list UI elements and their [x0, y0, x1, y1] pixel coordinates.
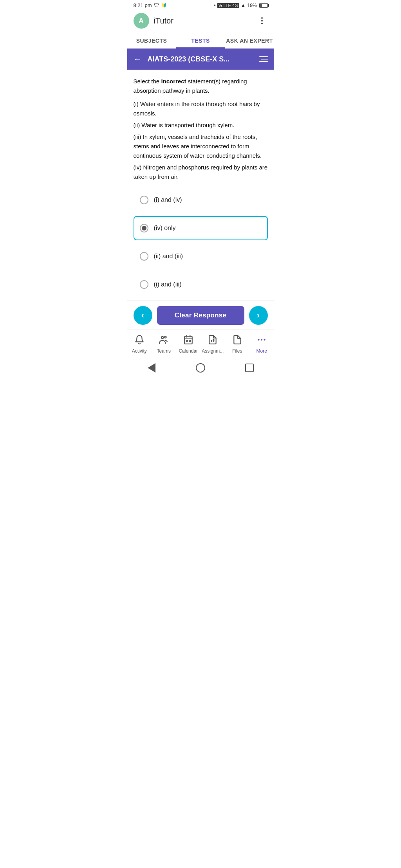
bottom-nav: Activity Teams Calendar	[127, 330, 274, 357]
files-label: Files	[232, 348, 242, 354]
svg-rect-2	[184, 336, 192, 344]
avatar: A	[134, 13, 149, 29]
next-button[interactable]: ›	[249, 306, 268, 325]
back-button[interactable]: ←	[134, 54, 142, 64]
question-text: Select the incorrect statement(s) regard…	[134, 77, 268, 95]
svg-point-0	[161, 337, 163, 339]
nav-item-activity[interactable]: Activity	[127, 333, 152, 355]
calendar-icon	[183, 335, 193, 347]
option-1-label: (i) and (iv)	[154, 196, 182, 203]
status-bar: 8:21 pm 🛡 🔰 • VoLTE 4G ▲ 19%	[127, 0, 274, 10]
files-icon	[232, 335, 242, 347]
teams-icon	[159, 335, 169, 347]
svg-point-1	[164, 336, 166, 338]
battery-label: 19%	[247, 3, 256, 8]
status-time: 8:21 pm 🛡 🔰	[134, 2, 167, 8]
status-right: • VoLTE 4G ▲ 19%	[214, 2, 267, 8]
option-2-label: (iv) only	[154, 225, 176, 232]
app-header: A iTutor	[127, 10, 274, 32]
back-triangle-icon	[148, 363, 155, 373]
more-icon	[256, 335, 267, 347]
statement-iv: (iv) Nitrogen and phosphorus required by…	[134, 163, 268, 182]
radio-3	[140, 252, 148, 261]
option-2[interactable]: (iv) only	[134, 216, 268, 240]
action-bar: ‹ Clear Response ›	[127, 301, 274, 330]
home-circle-icon	[196, 363, 205, 373]
assignments-icon	[208, 335, 218, 347]
system-nav	[127, 357, 274, 377]
more-label: More	[256, 348, 267, 354]
svg-point-8	[258, 339, 260, 340]
option-1[interactable]: (i) and (iv)	[134, 188, 268, 212]
svg-point-10	[264, 339, 266, 340]
svg-rect-6	[186, 340, 187, 341]
test-title: AIATS-2023 (CBSE-X S...	[148, 55, 259, 63]
options-area: (i) and (iv) (iv) only (ii) and (iii) (i…	[127, 185, 274, 297]
next-arrow-icon: ›	[257, 311, 260, 320]
svg-point-9	[261, 339, 262, 340]
radio-4	[140, 280, 148, 289]
signal-dot: •	[214, 3, 215, 8]
recents-square-icon	[245, 364, 254, 372]
system-home-button[interactable]	[195, 362, 206, 373]
system-back-button[interactable]	[146, 362, 157, 373]
prev-button[interactable]: ‹	[134, 306, 152, 325]
nav-item-assignments[interactable]: Assignm...	[200, 333, 225, 355]
clear-response-button[interactable]: Clear Response	[157, 306, 244, 325]
hamburger-menu[interactable]	[259, 56, 268, 62]
header-more-button[interactable]	[256, 15, 268, 27]
test-header-banner: ← AIATS-2023 (CBSE-X S...	[127, 49, 274, 70]
statement-ii: (ii) Water is transported through xylem.	[134, 121, 268, 130]
nav-item-teams[interactable]: Teams	[152, 333, 176, 355]
tab-bar: SUBJECTS TESTS ASK AN EXPERT	[127, 32, 274, 49]
nav-item-calendar[interactable]: Calendar	[176, 333, 201, 355]
option-4-label: (i) and (iii)	[154, 281, 182, 288]
shield-icon-2: 🔰	[161, 3, 167, 8]
question-area: Select the incorrect statement(s) regard…	[127, 70, 274, 185]
radio-2	[140, 224, 148, 232]
battery-icon	[259, 3, 268, 8]
option-3[interactable]: (ii) and (iii)	[134, 244, 268, 268]
signal-label: VoLTE 4G	[217, 3, 239, 8]
radio-1	[140, 196, 148, 204]
time-display: 8:21 pm	[134, 2, 152, 8]
nav-item-more[interactable]: More	[249, 333, 274, 355]
nav-item-files[interactable]: Files	[225, 333, 250, 355]
activity-label: Activity	[132, 348, 147, 354]
shield-icon-1: 🛡	[154, 2, 159, 8]
teams-label: Teams	[157, 348, 171, 354]
option-4[interactable]: (i) and (iii)	[134, 272, 268, 297]
prev-arrow-icon: ‹	[141, 311, 144, 320]
bell-icon	[134, 335, 145, 347]
system-recents-button[interactable]	[244, 362, 255, 373]
statement-i: (i) Water enters in the roots through ro…	[134, 99, 268, 118]
calendar-label: Calendar	[179, 348, 198, 354]
svg-rect-7	[189, 340, 190, 341]
assignments-label: Assignm...	[202, 348, 224, 354]
tab-subjects[interactable]: SUBJECTS	[127, 32, 176, 48]
app-title: iTutor	[154, 16, 256, 25]
option-3-label: (ii) and (iii)	[154, 253, 183, 260]
tab-tests[interactable]: TESTS	[176, 32, 225, 48]
signal-bars: ▲	[241, 2, 246, 8]
statement-iii: (iii) In xylem, vessels and tracheids of…	[134, 132, 268, 160]
tab-ask-expert[interactable]: ASK AN EXPERT	[225, 32, 274, 48]
